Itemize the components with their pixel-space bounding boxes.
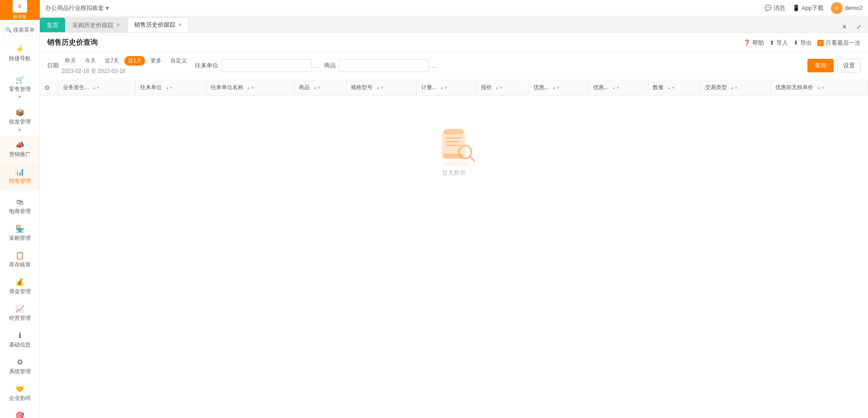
date-chip-custom[interactable]: 自定义	[167, 56, 190, 66]
table-th-spec[interactable]: 规格型号 ▲▼	[346, 80, 416, 95]
settings-button[interactable]: 设置	[837, 59, 861, 72]
partner-filter-label: 往来单位	[195, 62, 218, 70]
date-chip-more[interactable]: 更多	[147, 56, 165, 66]
sort-arrows-discount1: ▲▼	[552, 86, 560, 90]
table-th-qty[interactable]: 数量 ▲▼	[648, 80, 701, 95]
tab-home[interactable]: 首页	[40, 18, 65, 32]
main-area: 办公用品行业模拟账套 ▾ 💬 消息 📱 App下载 d demo2 首页	[40, 0, 868, 418]
sidebar-item-inventory[interactable]: 📋 库存核算	[0, 247, 39, 273]
tab-purchase-close-icon[interactable]: ✕	[116, 22, 120, 28]
query-button[interactable]: 查询	[807, 59, 834, 72]
sidebar-item-retail[interactable]: 🛒 零售管理 ▼	[0, 71, 39, 104]
goods-dots-btn[interactable]: ...	[432, 62, 437, 69]
date-chip-1month[interactable]: 近1月	[124, 56, 146, 66]
date-chip-today[interactable]: 今天	[81, 56, 99, 66]
sidebar-logo[interactable]: 6 标准版	[0, 0, 40, 20]
close-window-btn[interactable]: ✕	[839, 21, 850, 32]
retail-icon: 🛒	[15, 76, 24, 84]
tab-purchase-history[interactable]: 采购历史价跟踪 ✕	[66, 18, 127, 32]
import-btn[interactable]: ⬆ 导入	[769, 39, 788, 47]
only-last-checkbox[interactable]	[817, 40, 824, 46]
maximize-window-btn[interactable]: ⤢	[854, 21, 864, 32]
message-icon: 💬	[764, 5, 772, 11]
sidebar-item-sales[interactable]: 📊 销售管理	[0, 163, 39, 190]
table-th-unit[interactable]: 计量... ▲▼	[416, 80, 476, 95]
filter-actions: 查询 设置	[807, 59, 861, 72]
table-th-gear[interactable]: ⚙	[40, 80, 58, 95]
window-buttons: ✕ ⤢	[839, 21, 868, 32]
tab-sales-close-icon[interactable]: ✕	[178, 22, 182, 28]
sidebar-nav: ⚡ 快捷导航 🛒 零售管理 ▼ 📦 批发管理 ▲ 📣 营销推广 📊 销售管理	[0, 40, 39, 418]
topbar-app-download-btn[interactable]: 📱 App下载	[793, 4, 824, 12]
quick-nav-icon: ⚡	[15, 45, 24, 53]
page-header: 销售历史价查询 ❓ 帮助 ⬆ 导入 ⬇ 导出 只看最后一次	[40, 33, 868, 52]
empty-state-svg	[434, 123, 479, 168]
content-area: 销售历史价查询 ❓ 帮助 ⬆ 导入 ⬇ 导出 只看最后一次	[40, 33, 868, 418]
operations-icon: 📈	[15, 304, 24, 313]
sidebar-item-system[interactable]: ⚙ 系统管理	[0, 353, 39, 380]
sidebar-item-wholesale[interactable]: 📦 批发管理 ▲	[0, 104, 39, 136]
sort-arrows-biz-date: ▲▼	[92, 86, 100, 90]
sort-arrows-goods: ▲▼	[313, 86, 321, 90]
date-filter-group: 日期 昨天 今天 近7天 近1月 更多 自定义 2023-02-18 至 202…	[47, 56, 190, 75]
search-icon: 🔍	[5, 27, 12, 33]
svg-rect-2	[443, 129, 463, 134]
table-th-quote[interactable]: 报价 ▲▼	[476, 80, 528, 95]
table-th-partner-code[interactable]: 往来单位 ▲▼	[136, 80, 206, 95]
sort-arrows-pre-tax: ▲▼	[817, 86, 825, 90]
finance-icon: 💰	[15, 278, 24, 286]
table-th-discount1[interactable]: 优惠... ▲▼	[528, 80, 588, 95]
sidebar-item-guide[interactable]: 🎯 新手引导	[0, 407, 39, 418]
page-header-actions: ❓ 帮助 ⬆ 导入 ⬇ 导出 只看最后一次	[743, 39, 861, 47]
tab-sales-history[interactable]: 销售历史价跟踪 ✕	[127, 18, 189, 32]
date-chips: 昨天 今天 近7天 近1月 更多 自定义	[61, 56, 190, 66]
help-btn[interactable]: ❓ 帮助	[743, 39, 764, 47]
svg-line-8	[470, 157, 474, 161]
date-range-text: 2023-02-18 至 2023-03-18	[61, 67, 190, 75]
tabs-bar: 首页 采购历史价跟踪 ✕ 销售历史价跟踪 ✕ ✕ ⤢	[40, 16, 868, 33]
table-th-discount2[interactable]: 优惠... ▲▼	[588, 80, 648, 95]
table-th-biz-date[interactable]: 业务发生... ▲▼	[58, 80, 136, 95]
empty-text: 暂无数据	[442, 169, 466, 177]
sort-arrows-quote: ▲▼	[495, 86, 503, 90]
sidebar-item-collab[interactable]: 🤝 企业协同	[0, 380, 39, 407]
sort-arrows-qty: ▲▼	[667, 86, 675, 90]
import-icon: ⬆	[769, 39, 774, 46]
sidebar-item-quick-nav[interactable]: ⚡ 快捷导航	[0, 40, 39, 67]
tab-sales-label: 销售历史价跟踪	[134, 21, 175, 29]
topbar-messages-btn[interactable]: 💬 消息	[764, 4, 785, 12]
export-btn[interactable]: ⬇ 导出	[793, 39, 812, 47]
sidebar-item-purchase[interactable]: 🏪 采购管理	[0, 220, 39, 247]
goods-filter-label: 商品	[324, 62, 336, 70]
table-th-goods[interactable]: 商品 ▲▼	[294, 80, 346, 95]
topbar-user-btn[interactable]: d demo2	[831, 2, 863, 14]
sidebar-item-marketing[interactable]: 📣 营销推广	[0, 136, 39, 163]
inventory-icon: 📋	[15, 251, 24, 260]
marketing-icon: 📣	[15, 141, 24, 149]
tab-purchase-label: 采购历史价跟踪	[72, 21, 113, 29]
guide-icon: 🎯	[15, 411, 24, 418]
sort-arrows-partner-code: ▲▼	[165, 86, 174, 90]
date-chip-yesterday[interactable]: 昨天	[61, 56, 80, 66]
only-last-checkbox-label[interactable]: 只看最后一次	[817, 39, 861, 47]
help-icon: ❓	[743, 39, 750, 46]
divider	[8, 69, 31, 69]
sales-icon: 📊	[15, 167, 24, 176]
gear-icon[interactable]: ⚙	[44, 84, 50, 91]
sidebar-item-finance[interactable]: 💰 资金管理	[0, 273, 39, 300]
table-th-pre-tax[interactable]: 优惠前无税单价 ▲▼	[771, 80, 868, 95]
sidebar-item-ecommerce[interactable]: 🛍 电商管理	[0, 194, 39, 220]
avatar: d	[831, 2, 843, 14]
table-th-trade-type[interactable]: 交易类型 ▲▼	[700, 80, 770, 95]
sidebar-item-operations[interactable]: 📈 经营管理	[0, 300, 39, 327]
topbar-title-dropdown[interactable]: 办公用品行业模拟账套 ▾	[45, 4, 109, 12]
date-chip-7days[interactable]: 近7天	[101, 56, 123, 66]
empty-icon	[434, 123, 474, 163]
sidebar-item-basic-info[interactable]: ℹ 基础信息	[0, 327, 39, 353]
partner-dots-btn[interactable]: ...	[314, 62, 320, 69]
table-th-partner-name[interactable]: 往来单位名称 ▲▼	[206, 80, 294, 95]
partner-filter-input[interactable]	[221, 59, 311, 72]
search-menu-button[interactable]: 🔍 搜索菜单	[3, 24, 37, 36]
goods-filter-input[interactable]	[339, 59, 429, 72]
wholesale-arrow-icon: ▲	[18, 127, 22, 132]
